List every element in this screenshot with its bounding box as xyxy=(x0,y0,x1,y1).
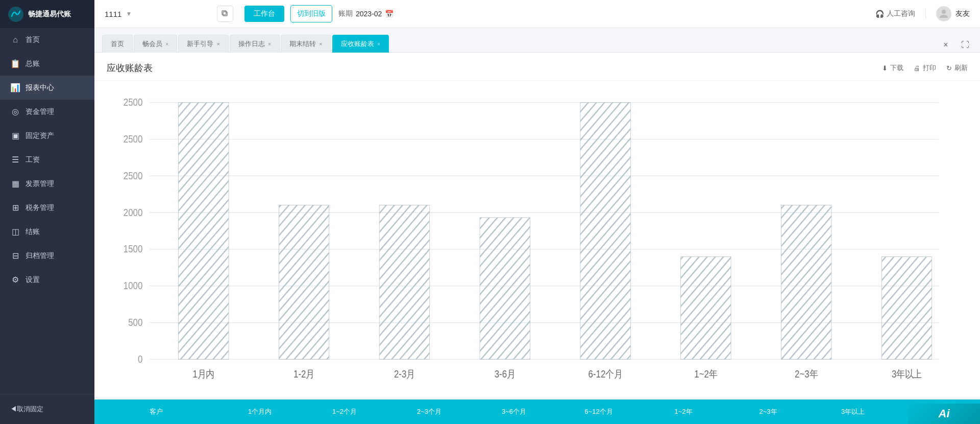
tab-oplog-close[interactable]: × xyxy=(268,41,271,47)
tab-guide[interactable]: 新手引导 × xyxy=(178,35,228,53)
ai-badge[interactable]: Ai xyxy=(908,404,980,424)
sidebar-item-home[interactable]: ⌂ 首页 xyxy=(0,28,94,52)
company-selector[interactable]: 1111 ▼ xyxy=(105,10,207,18)
sidebar-item-settings[interactable]: ⚙ 设置 xyxy=(0,268,94,292)
print-label: 打印 xyxy=(923,63,936,73)
sidebar-item-assets[interactable]: ▣ 固定资产 xyxy=(0,124,94,148)
th-customer: 客户 xyxy=(94,407,217,416)
logo-text: 畅捷通易代账 xyxy=(28,10,71,19)
refresh-button[interactable]: ↻ 刷新 xyxy=(946,63,968,73)
invoice-icon: ▦ xyxy=(10,179,20,189)
svg-text:500: 500 xyxy=(128,317,142,328)
bar-2-3-month xyxy=(379,205,429,359)
topbar-right: 🎧 人工咨询 友友 xyxy=(875,6,970,21)
headset-icon: 🎧 xyxy=(875,10,884,18)
th-2-3year: 2~3年 xyxy=(726,407,811,416)
sidebar-label-archive: 归档管理 xyxy=(26,251,54,261)
home-icon: ⌂ xyxy=(10,35,20,44)
svg-rect-2 xyxy=(222,11,226,15)
svg-text:2000: 2000 xyxy=(124,206,143,218)
user-button[interactable]: 友友 xyxy=(936,6,970,21)
sidebar-item-reports[interactable]: 📊 报表中心 xyxy=(0,76,94,100)
refresh-label: 刷新 xyxy=(954,63,968,73)
bar-1-month xyxy=(179,103,229,360)
svg-text:1-2月: 1-2月 xyxy=(293,368,314,380)
workbench-button[interactable]: 工作台 xyxy=(244,6,284,22)
sidebar-label-reports: 报表中心 xyxy=(26,83,54,92)
svg-text:1~2年: 1~2年 xyxy=(694,368,717,380)
period-info: 账期 2023-02 📅 xyxy=(338,9,394,18)
tab-home-label: 首页 xyxy=(111,39,124,49)
bar-1-2-month xyxy=(279,205,329,359)
main-area: 1111 ▼ 工作台 切到旧版 账期 2023-02 📅 🎧 人工咨询 xyxy=(94,0,980,424)
help-button[interactable]: 🎧 人工咨询 xyxy=(875,9,915,18)
avatar-icon xyxy=(938,8,950,20)
svg-text:2500: 2500 xyxy=(124,133,143,145)
svg-text:2500: 2500 xyxy=(124,97,143,108)
tab-guide-close[interactable]: × xyxy=(216,41,219,47)
maximize-button[interactable]: ⛶ xyxy=(958,38,972,52)
sidebar-item-invoice[interactable]: ▦ 发票管理 xyxy=(0,172,94,196)
tab-home[interactable]: 首页 xyxy=(102,35,133,53)
user-name: 友友 xyxy=(955,9,970,18)
divider xyxy=(925,9,926,19)
calendar-icon[interactable]: 📅 xyxy=(385,10,394,18)
sidebar-bottom: ◀取消固定 xyxy=(0,394,94,424)
tab-member-close[interactable]: × xyxy=(165,41,168,47)
salary-icon: ☰ xyxy=(10,155,20,164)
sidebar-label-funds: 资金管理 xyxy=(26,107,54,116)
tax-icon: ⊞ xyxy=(10,203,20,213)
sidebar-item-ledger[interactable]: 📋 总账 xyxy=(0,52,94,76)
settings-icon: ⚙ xyxy=(10,275,20,285)
assets-icon: ▣ xyxy=(10,131,20,140)
sidebar-label-home: 首页 xyxy=(26,35,40,44)
download-button[interactable]: ⬇ 下载 xyxy=(882,63,903,73)
tab-member-label: 畅会员 xyxy=(142,39,162,49)
svg-text:2-3月: 2-3月 xyxy=(394,368,415,380)
funds-icon: ◎ xyxy=(10,107,20,116)
tab-oplog[interactable]: 操作日志 × xyxy=(230,35,280,53)
copy-button[interactable] xyxy=(217,6,233,22)
switch-version-button[interactable]: 切到旧版 xyxy=(290,5,332,22)
page-title: 应收账龄表 xyxy=(107,62,153,74)
svg-text:0: 0 xyxy=(138,354,142,365)
sidebar-item-archive[interactable]: ⊟ 归档管理 xyxy=(0,244,94,268)
sidebar-label-salary: 工资 xyxy=(26,155,40,164)
tab-aging[interactable]: 应收账龄表 × xyxy=(332,35,389,53)
sidebar-label-tax: 税务管理 xyxy=(26,203,54,213)
svg-text:1月内: 1月内 xyxy=(192,368,214,380)
tab-period-end-label: 期末结转 xyxy=(289,39,316,49)
copy-icon xyxy=(222,10,229,17)
svg-text:6-12个月: 6-12个月 xyxy=(589,368,623,380)
sidebar-item-funds[interactable]: ◎ 资金管理 xyxy=(0,100,94,124)
svg-text:3年以上: 3年以上 xyxy=(892,368,922,380)
sidebar-item-tax[interactable]: ⊞ 税务管理 xyxy=(0,196,94,220)
th-1month: 1个月内 xyxy=(217,407,302,416)
tab-period-end-close[interactable]: × xyxy=(319,41,322,47)
close-all-button[interactable]: × xyxy=(939,38,953,52)
svg-rect-1 xyxy=(223,12,227,16)
reports-icon: 📊 xyxy=(10,83,20,92)
sidebar-label-invoice: 发票管理 xyxy=(26,179,54,189)
topbar: 1111 ▼ 工作台 切到旧版 账期 2023-02 📅 🎧 人工咨询 xyxy=(94,0,980,28)
svg-text:1000: 1000 xyxy=(124,280,143,292)
sidebar-item-closing[interactable]: ◫ 结账 xyxy=(0,220,94,244)
svg-text:3-6月: 3-6月 xyxy=(495,368,516,380)
tab-aging-close[interactable]: × xyxy=(377,41,380,47)
tab-period-end[interactable]: 期末结转 × xyxy=(281,35,331,53)
company-dropdown-arrow: ▼ xyxy=(126,10,132,17)
download-label: 下载 xyxy=(890,63,903,73)
print-button[interactable]: 🖨 打印 xyxy=(914,63,936,73)
tab-member[interactable]: 畅会员 × xyxy=(134,35,177,53)
sidebar-label-settings: 设置 xyxy=(26,275,40,285)
ledger-icon: 📋 xyxy=(10,59,20,68)
sidebar-label-assets: 固定资产 xyxy=(26,131,54,140)
cancel-pin-btn[interactable]: ◀取消固定 xyxy=(0,399,94,419)
tab-actions: × ⛶ xyxy=(939,38,972,52)
avatar xyxy=(936,6,951,21)
svg-text:2500: 2500 xyxy=(124,170,143,182)
sidebar-item-salary[interactable]: ☰ 工资 xyxy=(0,148,94,172)
print-icon: 🖨 xyxy=(914,64,920,72)
ai-label: Ai xyxy=(939,407,950,420)
help-label: 人工咨询 xyxy=(887,9,915,18)
